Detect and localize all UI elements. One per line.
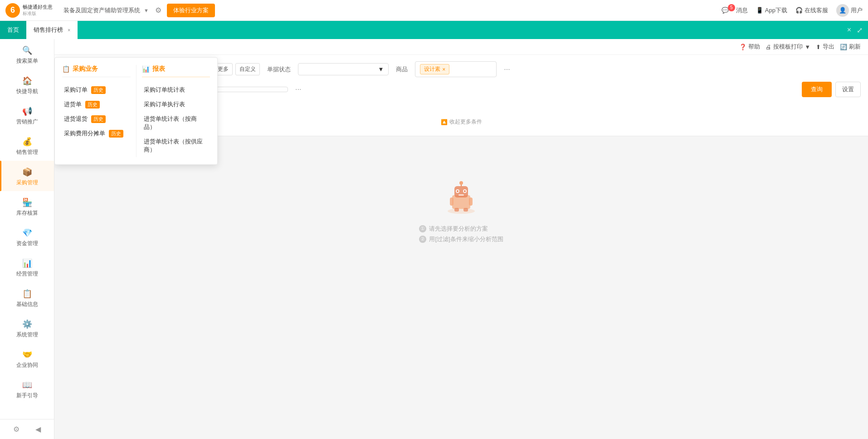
purchase-order-history[interactable]: 历史 — [91, 86, 106, 94]
settings-btn[interactable]: 设置 — [835, 82, 861, 97]
print-dropdown-icon: ▼ — [805, 44, 810, 50]
purchase-order-label: 采购订单 — [64, 86, 88, 94]
goods-tag-remove[interactable]: × — [442, 66, 445, 73]
doc-status-chevron: ▼ — [378, 66, 384, 73]
print-btn[interactable]: 🖨 按模板打印 ▼ — [766, 43, 810, 51]
sidebar-item-system[interactable]: ⚙️ 系统管理 — [0, 313, 54, 343]
message-item[interactable]: 💬 5 消息 — [722, 6, 748, 15]
report-col-label: 报表 — [152, 65, 165, 73]
purchase-fee-history[interactable]: 历史 — [109, 130, 123, 138]
filter-top-bar: ❓ 帮助 🖨 按模板打印 ▼ ⬆ 导出 🔄 刷新 — [54, 39, 868, 55]
tab-home-label: 首页 — [7, 26, 19, 34]
svg-rect-11 — [469, 197, 473, 206]
sidebar-item-newbie[interactable]: 📖 新手引导 — [0, 374, 54, 404]
export-label: 导出 — [823, 43, 834, 51]
tab-close-btn[interactable]: × — [68, 27, 70, 33]
tip-text-1: 请先选择要分析的方案 — [429, 223, 488, 234]
sidebar-item-marketing[interactable]: 📢 营销推广 — [0, 100, 54, 130]
operations-icon: 📊 — [22, 258, 32, 268]
refresh-icon: 🔄 — [840, 44, 847, 50]
tab-home[interactable]: 首页 — [0, 21, 26, 39]
home-icon: 🏠 — [22, 76, 32, 86]
svg-rect-10 — [450, 197, 454, 206]
dropdown-divider — [136, 65, 137, 157]
goods-more-btn[interactable]: ··· — [504, 65, 510, 74]
tab-close-all-btn[interactable]: × — [847, 26, 851, 34]
user-label: 用户 — [851, 6, 863, 15]
sidebar-item-sales[interactable]: 💰 销售管理 — [0, 130, 54, 161]
sidebar-item-enterprise-label: 企业协同 — [16, 361, 38, 369]
export-btn[interactable]: ⬆ 导出 — [816, 43, 834, 51]
sidebar-item-enterprise[interactable]: 🤝 企业协同 — [0, 343, 54, 374]
purchase-fee-label: 采购费用分摊单 — [64, 129, 105, 138]
system-dropdown-btn[interactable]: ▼ — [144, 8, 149, 13]
sidebar-item-quicknav[interactable]: 🏠 快捷导航 — [0, 69, 54, 100]
menu-item-stock-stat-by-goods[interactable]: 进货单统计表（按商品） — [142, 112, 210, 134]
sidebar-settings-btn[interactable]: ⚙ — [13, 425, 20, 434]
goods-input[interactable]: 设计素 × — [415, 61, 497, 77]
export-icon: ⬆ — [816, 44, 821, 50]
industry-btn[interactable]: 体验行业方案 — [167, 4, 215, 17]
message-badge: 5 — [728, 4, 735, 11]
top-right-area: 💬 5 消息 📱 App下载 🎧 在线客服 👤 用户 — [722, 4, 863, 17]
menu-item-purchase-order-exec[interactable]: 采购订单执行表 — [142, 97, 210, 112]
purchase-dropdown-menu: 📋 采购业务 采购订单 历史 进货单 历史 进货退货 历史 — [54, 57, 218, 165]
refresh-btn[interactable]: 🔄 刷新 — [840, 43, 861, 51]
headset-icon: 🎧 — [795, 7, 803, 14]
stock-return-history[interactable]: 历史 — [91, 115, 106, 123]
online-service-item[interactable]: 🎧 在线客服 — [795, 6, 828, 15]
query-btn[interactable]: 查询 — [802, 82, 832, 97]
menu-item-stock-return[interactable]: 进货退货 历史 — [62, 112, 131, 126]
inventory-icon: 🏪 — [22, 197, 32, 207]
marketing-icon: 📢 — [22, 106, 32, 116]
brand-text: 畅捷通好生意 标准版 — [23, 4, 53, 16]
help-btn[interactable]: ❓ 帮助 — [739, 43, 760, 51]
salesperson-input[interactable] — [215, 87, 288, 92]
sidebar-item-purchase-label: 采购管理 — [16, 179, 38, 187]
svg-rect-13 — [463, 208, 468, 212]
top-bar: 6 畅捷通好生意 标准版 装备及固定资产辅助管理系统 ▼ ⚙ 体验行业方案 💬 … — [0, 0, 868, 21]
system-settings-btn[interactable]: ⚙ — [155, 6, 161, 15]
tab-expand-btn[interactable]: ⤢ — [857, 26, 863, 35]
basic-icon: 📋 — [22, 289, 32, 299]
sidebar-item-capital-label: 资金管理 — [16, 240, 38, 247]
app-download-label: App下载 — [765, 6, 787, 15]
sidebar-item-basic-label: 基础信息 — [16, 301, 38, 308]
empty-tip-row-2: ② 用[过滤]条件来缩小分析范围 — [419, 234, 503, 244]
sidebar-item-search-label: 搜索菜单 — [16, 57, 38, 65]
sidebar-item-operations-label: 经营管理 — [16, 270, 38, 278]
sidebar-item-inventory[interactable]: 🏪 库存核算 — [0, 191, 54, 222]
menu-item-purchase-order-stat[interactable]: 采购订单统计表 — [142, 83, 210, 97]
sidebar-item-search[interactable]: 🔍 搜索菜单 — [0, 39, 54, 69]
menu-item-purchase-order[interactable]: 采购订单 历史 — [62, 83, 131, 97]
brand-name: 畅捷通好生意 — [23, 4, 53, 10]
sidebar-item-system-label: 系统管理 — [16, 331, 38, 339]
sidebar-item-capital[interactable]: 💎 资金管理 — [0, 222, 54, 252]
purchase-icon: 📦 — [22, 167, 32, 177]
app-download-item[interactable]: 📱 App下载 — [756, 6, 787, 15]
goods-tag: 设计素 × — [420, 64, 449, 74]
tip-num-2: ② — [419, 236, 426, 243]
salesperson-more-btn[interactable]: ··· — [295, 85, 301, 94]
menu-item-stock-in[interactable]: 进货单 历史 — [62, 97, 131, 112]
print-icon: 🖨 — [766, 44, 771, 50]
user-item[interactable]: 👤 用户 — [836, 4, 863, 17]
menu-item-purchase-fee[interactable]: 采购费用分摊单 历史 — [62, 126, 131, 141]
purchase-col: 📋 采购业务 采购订单 历史 进货单 历史 进货退货 历史 — [62, 65, 131, 157]
tab-sales-ranking[interactable]: 销售排行榜 × — [26, 21, 78, 39]
menu-item-stock-stat-by-supplier[interactable]: 进货单统计表（按供应商） — [142, 134, 210, 157]
sidebar-item-basic[interactable]: 📋 基础信息 — [0, 282, 54, 313]
dropdown-columns: 📋 采购业务 采购订单 历史 进货单 历史 进货退货 历史 — [62, 65, 210, 157]
quick-date-custom[interactable]: 自定义 — [235, 63, 260, 75]
doc-status-select[interactable]: ▼ — [298, 63, 389, 75]
sidebar-item-marketing-label: 营销推广 — [16, 118, 38, 126]
report-col-title: 📊 报表 — [142, 65, 210, 77]
sidebar-item-operations[interactable]: 📊 经营管理 — [0, 252, 54, 282]
sidebar-item-newbie-label: 新手引导 — [16, 392, 38, 400]
sidebar-collapse-btn[interactable]: ◀ — [35, 425, 41, 434]
svg-rect-7 — [458, 194, 464, 196]
stock-in-history[interactable]: 历史 — [85, 101, 100, 109]
stock-in-label: 进货单 — [64, 100, 82, 109]
report-col: 📊 报表 采购订单统计表 采购订单执行表 进货单统计表（按商品） 进货单统计表（… — [142, 65, 210, 157]
sidebar-item-purchase[interactable]: 📦 采购管理 — [0, 161, 54, 191]
